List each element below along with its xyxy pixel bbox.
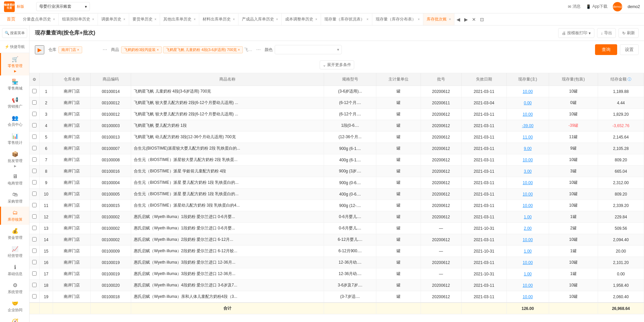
- row-checkbox[interactable]: [32, 249, 37, 253]
- close-icon[interactable]: ×: [367, 17, 369, 21]
- warehouse-tag-nanan[interactable]: 南岸门店 ×: [58, 46, 82, 53]
- cell-qty-main[interactable]: 1.00: [506, 268, 549, 280]
- cell-checkbox[interactable]: [30, 200, 40, 211]
- tab-qita[interactable]: 其他出库单历史 ×: [160, 13, 199, 25]
- sidebar-item-wholesale[interactable]: 📦 批发管理 ▶: [0, 148, 29, 170]
- close-icon[interactable]: ×: [276, 17, 278, 21]
- cell-checkbox[interactable]: [30, 109, 40, 120]
- tab-diaob[interactable]: 调拨单历史 ×: [98, 13, 129, 25]
- tab-prev-button[interactable]: ◀: [454, 13, 462, 25]
- color-input[interactable]: [275, 45, 342, 54]
- cell-checkbox[interactable]: [30, 257, 40, 268]
- refresh-button[interactable]: ↻ 刷新: [619, 28, 639, 38]
- product-more[interactable]: 飞…: [244, 47, 252, 53]
- cell-qty-main[interactable]: 10.00: [506, 257, 549, 268]
- product-tag-1[interactable]: 飞鹤奶粉3段丙提装 ×: [121, 46, 162, 53]
- cell-qty-main[interactable]: 10.00: [506, 291, 549, 303]
- cell-qty-main[interactable]: 1.00: [506, 211, 549, 223]
- row-checkbox[interactable]: [32, 89, 37, 93]
- close-icon[interactable]: ×: [155, 17, 157, 21]
- cell-qty-main[interactable]: 9.00: [506, 143, 549, 154]
- tab-home[interactable]: 首页: [3, 13, 19, 25]
- quick-nav-button[interactable]: ⚡ 快捷导航: [0, 42, 29, 51]
- sidebar-item-guide[interactable]: 🧭 新手引导: [0, 315, 29, 322]
- cell-checkbox[interactable]: [30, 154, 40, 166]
- app-download-button[interactable]: 📱 App下载: [586, 4, 607, 9]
- cell-checkbox[interactable]: [30, 234, 40, 246]
- tab-chengben[interactable]: 成本调整单历史 ×: [282, 13, 321, 25]
- tab-xiancunliang2[interactable]: 现存量（库存分布表） ×: [372, 13, 424, 25]
- query-button[interactable]: 查询: [595, 44, 617, 55]
- cell-qty-main[interactable]: 10.00: [506, 234, 549, 246]
- cell-qty-main[interactable]: 10.00: [506, 86, 549, 97]
- cell-checkbox[interactable]: [30, 291, 40, 303]
- sidebar-item-retail[interactable]: 🛒 零售管理 ▶: [0, 53, 29, 75]
- tag-close-icon[interactable]: ×: [238, 48, 240, 52]
- sidebar-item-inventory[interactable]: 🗂 库存核算: [0, 207, 29, 225]
- cell-checkbox[interactable]: [30, 211, 40, 223]
- row-checkbox[interactable]: [32, 271, 37, 276]
- th-settings[interactable]: ⚙: [30, 73, 40, 86]
- tag-close-icon[interactable]: ×: [77, 48, 79, 52]
- cell-checkbox[interactable]: [30, 223, 40, 234]
- cell-qty-main[interactable]: 11.00: [506, 131, 549, 143]
- tab-yaohuo[interactable]: 要货单历史 ×: [129, 13, 160, 25]
- close-icon[interactable]: ×: [233, 17, 235, 21]
- row-checkbox[interactable]: [32, 180, 37, 184]
- cell-qty-main[interactable]: 10.00: [506, 109, 549, 120]
- sidebar-item-operations[interactable]: 📈 经营管理: [0, 243, 29, 261]
- cell-qty-main[interactable]: 10.00: [506, 280, 549, 291]
- cell-qty-main[interactable]: 3.00: [506, 166, 549, 177]
- tag-close-icon[interactable]: ×: [157, 48, 159, 52]
- tab-xiancunliang1[interactable]: 现存量（库存状况表） ×: [321, 13, 372, 25]
- tab-zuhe[interactable]: 组装拆卸单历史 ×: [59, 13, 98, 25]
- cell-checkbox[interactable]: [30, 189, 40, 200]
- tab-expand-button[interactable]: ⊡: [478, 13, 486, 25]
- message-button[interactable]: ✉ 消息: [568, 4, 581, 9]
- sidebar-item-ecommerce[interactable]: 🖥 电商管理: [0, 170, 29, 189]
- row-checkbox[interactable]: [32, 214, 37, 219]
- row-checkbox[interactable]: [32, 260, 37, 264]
- info-icon[interactable]: ⓘ: [628, 77, 631, 81]
- filter-expand-button[interactable]: ⌄ 展开更多条件: [320, 60, 354, 69]
- setting-button[interactable]: 设置: [620, 44, 639, 55]
- row-checkbox[interactable]: [32, 294, 37, 299]
- close-icon[interactable]: ×: [418, 17, 420, 21]
- product-tag-2[interactable]: 飞鹤星飞帆 儿童奶粉 4段(3-6岁适用) 700克 ×: [163, 46, 243, 53]
- cell-checkbox[interactable]: [30, 86, 40, 97]
- cell-checkbox[interactable]: [30, 143, 40, 154]
- sidebar-item-stats[interactable]: 📊 零售统计: [0, 130, 29, 148]
- row-checkbox[interactable]: [32, 226, 37, 230]
- cell-checkbox[interactable]: [30, 97, 40, 109]
- cell-checkbox[interactable]: [30, 280, 40, 291]
- sidebar-item-system[interactable]: ⚙ 系统管理: [0, 279, 29, 297]
- close-icon[interactable]: ×: [53, 17, 55, 21]
- tab-close-button[interactable]: ✕: [470, 13, 478, 25]
- row-checkbox[interactable]: [32, 157, 37, 162]
- sidebar-item-collab[interactable]: 🤝 企业协同: [0, 297, 29, 315]
- row-checkbox[interactable]: [32, 135, 37, 139]
- row-checkbox[interactable]: [32, 203, 37, 207]
- cell-qty-main[interactable]: -39.00: [506, 120, 549, 131]
- close-icon[interactable]: ×: [123, 17, 125, 21]
- user-avatar[interactable]: demo2: [613, 2, 622, 11]
- sidebar-item-basics[interactable]: ℹ 基础信息: [0, 261, 29, 279]
- cell-checkbox[interactable]: [30, 177, 40, 189]
- cell-qty-main[interactable]: 2.00: [506, 223, 549, 234]
- tab-chanpin[interactable]: 产成品入库单历史 ×: [238, 13, 282, 25]
- sidebar-item-finance[interactable]: 💰 资金管理: [0, 225, 29, 243]
- tab-cailiao[interactable]: 材料出库单历史 ×: [199, 13, 238, 25]
- row-checkbox[interactable]: [32, 237, 37, 241]
- product-more-btn[interactable]: ···: [256, 47, 261, 53]
- cell-qty-main[interactable]: 10.00: [506, 154, 549, 166]
- cell-qty-main[interactable]: 0.00: [506, 97, 549, 109]
- filter-expand-arrow[interactable]: ▶: [35, 45, 44, 54]
- warehouse-more[interactable]: ···: [103, 47, 107, 53]
- export-button[interactable]: ↓ 导出: [597, 28, 616, 38]
- cell-qty-main[interactable]: 1.00: [506, 246, 549, 257]
- cell-qty-main[interactable]: 10.00: [506, 177, 549, 189]
- row-checkbox[interactable]: [32, 283, 37, 287]
- row-checkbox[interactable]: [32, 123, 37, 127]
- row-checkbox[interactable]: [32, 192, 37, 196]
- tab-kucunpici[interactable]: 库存批次账 ×: [423, 13, 454, 25]
